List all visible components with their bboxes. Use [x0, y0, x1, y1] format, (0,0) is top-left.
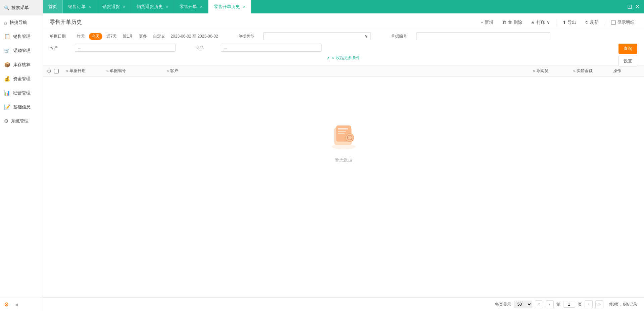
- sidebar-item-basics[interactable]: 📝 基础信息: [0, 100, 43, 114]
- tab-bar-controls: ⊡ ✕: [627, 0, 644, 13]
- customer-filter-input[interactable]: ...: [75, 44, 176, 52]
- sort-icon-no: ⇅: [106, 69, 109, 73]
- type-filter-label: 单据类型: [238, 34, 257, 39]
- sidebar: 🔍 搜索采单 ⌂ 快捷导航 📋 销售管理 🛒 采购管理 📦 库存核算 💰 资金管…: [0, 0, 43, 311]
- svg-rect-4: [338, 131, 346, 132]
- nav-icon-sales-mgmt: 📋: [4, 34, 10, 40]
- filter-area: 单据日期 昨天 今天 近7天 近1月 更多 自定义 2023-06-02 至 2…: [43, 28, 644, 65]
- restore-window-icon[interactable]: ⊡: [627, 3, 632, 10]
- tab-close-retail-open-history[interactable]: ✕: [243, 5, 246, 9]
- display-detail-checkbox[interactable]: [611, 20, 616, 25]
- nav-icon-quick-nav: ⌂: [4, 20, 7, 25]
- col-guide-label: 导购员: [536, 68, 548, 74]
- prev-page-btn[interactable]: ‹: [546, 300, 554, 308]
- no-filter-label: 单据编号: [391, 34, 409, 39]
- sidebar-item-sales-mgmt[interactable]: 📋 销售管理: [0, 30, 43, 44]
- export-button[interactable]: ⬆ 导出: [560, 18, 579, 27]
- tab-close-sales-order[interactable]: ✕: [88, 5, 91, 9]
- collapse-sidebar-icon[interactable]: ◄: [14, 302, 19, 307]
- custom-btn[interactable]: 自定义: [151, 33, 167, 40]
- first-page-btn[interactable]: «: [535, 300, 543, 308]
- delete-icon: 🗑: [502, 20, 506, 25]
- date-filter-btns: 昨天 今天 近7天 近1月 更多 自定义 2023-06-02 至 2023-0…: [75, 33, 218, 40]
- nav-icon-inventory: 📦: [4, 62, 10, 68]
- next-page-icon: ›: [588, 302, 589, 307]
- sidebar-item-operations[interactable]: 📊 经营管理: [0, 86, 43, 100]
- tab-close-retail-open[interactable]: ✕: [200, 5, 203, 9]
- page-header: 零售开单历史 + 新增 🗑 🗑 删除 🖨 打印 ∨ ⬆ 导出 ↻ 刷: [43, 13, 644, 28]
- delete-label: 🗑 删除: [508, 19, 522, 25]
- sidebar-item-purchase-mgmt[interactable]: 🛒 采购管理: [0, 44, 43, 58]
- col-header-no[interactable]: ⇅ 单据编号: [106, 68, 166, 74]
- today-btn[interactable]: 今天: [89, 33, 102, 40]
- collapse-row: ∧ ∧ 收起更多条件: [50, 55, 637, 61]
- toolbar: + 新增 🗑 🗑 删除 🖨 打印 ∨ ⬆ 导出 ↻ 刷新: [478, 18, 637, 27]
- nav-label-operations: 经营管理: [13, 90, 31, 96]
- last-page-btn[interactable]: »: [595, 300, 603, 308]
- sidebar-item-system[interactable]: ⚙ 系统管理: [0, 114, 43, 128]
- select-all-checkbox[interactable]: [54, 69, 59, 73]
- sidebar-item-inventory[interactable]: 📦 库存核算: [0, 58, 43, 72]
- query-button[interactable]: 查询: [618, 44, 637, 54]
- print-button[interactable]: 🖨 打印 ∨: [528, 18, 553, 27]
- type-filter-select[interactable]: ∨: [263, 32, 371, 40]
- sidebar-item-quick-nav[interactable]: ⌂ 快捷导航: [0, 15, 43, 30]
- side-action-btns: 查询 设置: [618, 44, 637, 66]
- goods-ellipsis-icon: ...: [224, 45, 227, 50]
- col-header-customer[interactable]: ⇅ 客户: [166, 68, 533, 74]
- export-label: 导出: [567, 19, 576, 25]
- tab-retail-open[interactable]: 零售开单✕: [174, 0, 208, 13]
- col-header-action: 操作: [613, 68, 640, 74]
- week-btn[interactable]: 近7天: [104, 33, 119, 40]
- per-page-select[interactable]: 50 10 20 100: [514, 301, 532, 308]
- col-action-label: 操作: [613, 68, 621, 74]
- close-window-icon[interactable]: ✕: [635, 3, 640, 10]
- refresh-icon: ↻: [585, 20, 589, 25]
- tab-sales-return[interactable]: 销货退货✕: [97, 0, 131, 13]
- more-btn[interactable]: 更多: [137, 33, 149, 40]
- display-detail-toggle[interactable]: 显示明细: [608, 18, 637, 27]
- nav-icon-system: ⚙: [4, 118, 8, 124]
- tab-close-sales-return-history[interactable]: ✕: [165, 5, 168, 9]
- tab-bar: 首页销售订单✕销货退货✕销货退货历史✕零售开单✕零售开单历史✕ ⊡ ✕: [43, 0, 644, 13]
- collapse-button[interactable]: ∧ ∧ 收起更多条件: [327, 55, 360, 61]
- col-header-amount[interactable]: ⇅ 实销金额: [573, 68, 613, 74]
- settings-button[interactable]: 设置: [618, 56, 637, 66]
- empty-state: 暂无数据: [43, 77, 644, 204]
- page-number-input[interactable]: [563, 301, 575, 308]
- settings-icon[interactable]: ⚙: [4, 301, 9, 308]
- col-customer-label: 客户: [170, 68, 178, 74]
- table-settings-icon[interactable]: ⚙: [47, 68, 51, 74]
- goods-filter-label: 商品: [196, 45, 214, 51]
- goods-filter-input[interactable]: ...: [221, 44, 321, 52]
- customer-ellipsis-icon: ...: [78, 45, 81, 50]
- sidebar-search[interactable]: 🔍 搜索采单: [0, 0, 43, 15]
- toolbar-divider-2: [605, 19, 605, 26]
- yesterday-btn[interactable]: 昨天: [75, 33, 87, 40]
- per-page-label: 每页显示: [495, 302, 511, 307]
- page-label: 第: [556, 302, 560, 307]
- sort-icon-date: ⇅: [66, 69, 68, 73]
- tab-sales-return-history[interactable]: 销货退货历史✕: [131, 0, 174, 13]
- nav-label-inventory: 库存核算: [13, 62, 31, 68]
- tab-home[interactable]: 首页: [43, 0, 63, 13]
- no-filter-input[interactable]: [416, 32, 550, 40]
- tab-sales-order[interactable]: 销售订单✕: [63, 0, 97, 13]
- sort-icon-customer: ⇅: [166, 69, 169, 73]
- tab-label-retail-open: 零售开单: [180, 4, 197, 10]
- display-detail-label: 显示明细: [617, 19, 635, 25]
- refresh-button[interactable]: ↻ 刷新: [582, 18, 601, 27]
- sidebar-item-finance[interactable]: 💰 资金管理: [0, 72, 43, 86]
- col-header-date[interactable]: ⇅ 单据日期: [66, 68, 106, 74]
- col-header-guide[interactable]: ⇅ 导购员: [533, 68, 573, 74]
- page-title: 零售开单历史: [50, 19, 82, 26]
- next-page-btn[interactable]: ›: [585, 300, 593, 308]
- month-btn[interactable]: 近1月: [121, 33, 135, 40]
- delete-button[interactable]: 🗑 🗑 删除: [499, 18, 525, 27]
- add-button[interactable]: + 新增: [478, 18, 496, 27]
- tab-close-sales-return[interactable]: ✕: [122, 5, 126, 9]
- collapse-label: ∧ 收起更多条件: [331, 55, 360, 61]
- svg-rect-3: [338, 128, 348, 129]
- tab-retail-open-history[interactable]: 零售开单历史✕: [208, 0, 251, 13]
- prev-page-icon: ‹: [549, 302, 550, 307]
